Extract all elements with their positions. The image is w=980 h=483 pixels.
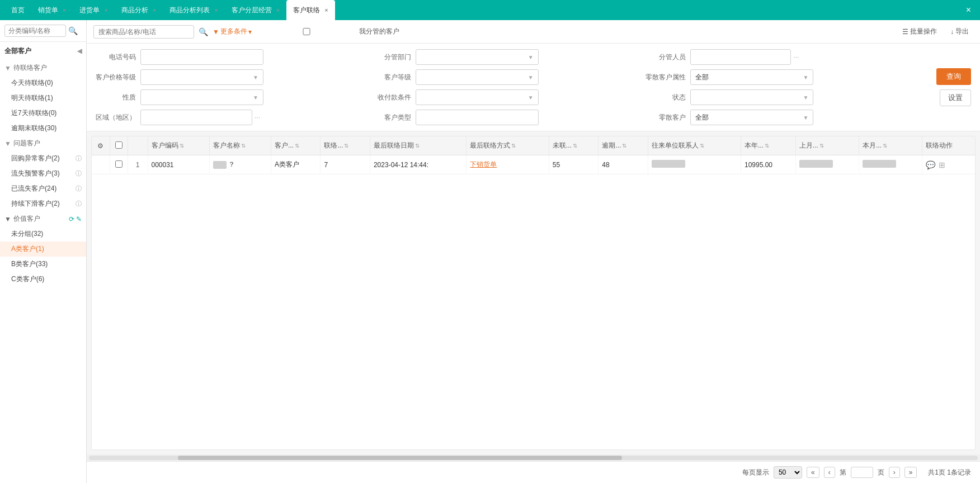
filter-payment: 收付款条件 ▼: [371, 89, 646, 105]
sidebar-item-declining[interactable]: 持续下滑客户(2) ⓘ: [0, 196, 86, 211]
filter-search-icon[interactable]: 🔍: [199, 27, 208, 36]
page-size-select[interactable]: 50 100 200: [774, 466, 802, 479]
sidebar-group-value[interactable]: ▼ 价值客户 ⟳ ✎: [0, 211, 86, 226]
page-number-input[interactable]: 1: [851, 467, 873, 478]
nature-select[interactable]: ▼: [140, 89, 263, 105]
sidebar-search-input[interactable]: [4, 25, 66, 37]
search-input[interactable]: [93, 25, 194, 39]
nav-sales[interactable]: 销货单 ×: [31, 0, 73, 20]
col-last-method-header[interactable]: 最后联络方式⇅: [467, 136, 549, 155]
price-grade-arrow: ▼: [253, 74, 258, 80]
col-checkbox-header[interactable]: [110, 136, 128, 155]
sidebar-item-churn-warning[interactable]: 流失预警客户(3) ⓘ: [0, 166, 86, 181]
row-last-method[interactable]: 下销货单: [467, 155, 549, 174]
dept-select[interactable]: ▼: [416, 49, 539, 65]
select-all-checkbox[interactable]: [115, 141, 123, 149]
nav-product-analysis-list[interactable]: 商品分析列表 ×: [163, 0, 224, 20]
person-dots[interactable]: ···: [791, 53, 801, 61]
nav-purchase[interactable]: 进货单 ×: [73, 0, 114, 20]
close-product-analysis-tab[interactable]: ×: [153, 7, 156, 13]
pagination-bar: 每页显示 50 100 200 « ‹ 第 1 页 › » 共1页 1条记录: [87, 461, 980, 483]
customer-grade-select[interactable]: ▼: [416, 69, 539, 85]
retail-attr-value: 全部: [695, 73, 709, 82]
export-button[interactable]: ↓ 导出: [946, 25, 973, 39]
col-name-header[interactable]: 客户名称⇅: [209, 136, 271, 155]
customer-type-input[interactable]: [416, 110, 539, 125]
row-select-checkbox[interactable]: [115, 160, 123, 168]
nav-home[interactable]: 首页: [4, 0, 31, 20]
filter-row-3: 性质 ▼ 收付款条件: [96, 89, 921, 105]
sidebar-item-7days[interactable]: 近7天待联络(0): [0, 106, 86, 121]
name-blurred: [213, 161, 227, 169]
close-sales-tab[interactable]: ×: [63, 7, 66, 13]
batch-op-button[interactable]: ☰ 批量操作: [898, 25, 941, 39]
nav-customer-contact[interactable]: 客户联络 ×: [286, 0, 334, 20]
sidebar-item-churned[interactable]: 已流失客户(24) ⓘ: [0, 181, 86, 196]
edit-group-icon[interactable]: ✎: [76, 215, 82, 223]
name-extra: ？: [228, 160, 235, 168]
col-contact2-header[interactable]: 往来单位联系人⇅: [648, 136, 741, 155]
col-gear-header[interactable]: ⚙: [92, 136, 110, 155]
close-all-button[interactable]: ×: [962, 3, 976, 17]
more-conditions-button[interactable]: ▼ 更多条件 ▾: [213, 27, 252, 36]
first-page-button[interactable]: «: [807, 467, 819, 478]
sidebar-item-tomorrow[interactable]: 明天待联络(1): [0, 91, 86, 106]
sidebar-group-problems[interactable]: ▼ 问题客户: [0, 136, 86, 151]
status-select[interactable]: ▼: [690, 89, 813, 105]
col-contact-header[interactable]: 联络...⇅: [321, 136, 370, 155]
filter-dept: 分管部门 ▼: [371, 49, 646, 65]
qr-icon[interactable]: ⊞: [939, 160, 945, 169]
col-last-month-header[interactable]: 上月...⇅: [795, 136, 859, 155]
col-last-date-header[interactable]: 最后联络日期⇅: [370, 136, 466, 155]
row-actions: 💬 ⊞: [922, 155, 975, 174]
sidebar-all-customers[interactable]: 全部客户 ◀: [0, 42, 86, 60]
prev-page-button[interactable]: ‹: [824, 467, 835, 478]
scroll-track: [89, 456, 978, 460]
nav-product-analysis[interactable]: 商品分析 ×: [115, 0, 163, 20]
my-customers-checkbox[interactable]: [256, 28, 357, 35]
col-no-contact-header[interactable]: 未联...⇅: [549, 136, 599, 155]
filter-icon: ▼: [213, 28, 219, 36]
close-contact-tab[interactable]: ×: [324, 7, 328, 13]
col-this-month-header[interactable]: 本月...⇅: [859, 136, 922, 155]
sidebar-item-overdue[interactable]: 逾期未联络(30): [0, 121, 86, 136]
sidebar-item-c-class[interactable]: C类客户(6): [0, 272, 86, 287]
add-group-icon[interactable]: ⟳: [69, 215, 74, 223]
next-page-button[interactable]: ›: [889, 467, 900, 478]
sidebar-item-b-class[interactable]: B类客户(33): [0, 257, 86, 272]
last-method-link[interactable]: 下销货单: [470, 160, 497, 168]
filter-retail-customer: 零散客户 全部 ▼: [646, 110, 921, 125]
bottom-scrollbar[interactable]: [87, 454, 980, 461]
col-code-header[interactable]: 客户编码⇅: [148, 136, 209, 155]
col-level-header[interactable]: 客户...⇅: [271, 136, 321, 155]
sidebar-item-repurchase-abnormal[interactable]: 回购异常客户(2) ⓘ: [0, 151, 86, 166]
sidebar-item-ungrouped[interactable]: 未分组(32): [0, 226, 86, 242]
region-dots[interactable]: ···: [252, 113, 262, 121]
col-this-year-header[interactable]: 本年...⇅: [741, 136, 795, 155]
col-overdue-header[interactable]: 逾期...⇅: [599, 136, 648, 155]
sidebar-item-today[interactable]: 今天待联络(0): [0, 75, 86, 91]
settings-button[interactable]: 设置: [940, 89, 971, 106]
sidebar-search-icon[interactable]: 🔍: [68, 26, 78, 35]
row-checkbox[interactable]: [110, 155, 128, 174]
last-page-button[interactable]: »: [904, 467, 917, 478]
query-button[interactable]: 查询: [936, 68, 971, 85]
close-purchase-tab[interactable]: ×: [104, 7, 107, 13]
region-select[interactable]: [140, 110, 252, 125]
sidebar-group-pending[interactable]: ▼ 待联络客户: [0, 60, 86, 75]
phone-input[interactable]: [140, 49, 263, 65]
nav-customer-segment[interactable]: 客户分层经营 ×: [225, 0, 286, 20]
payment-select[interactable]: ▼: [416, 89, 539, 105]
retail-attr-select[interactable]: 全部 ▼: [690, 69, 813, 85]
close-product-list-tab[interactable]: ×: [214, 7, 218, 13]
chat-icon[interactable]: 💬: [926, 160, 935, 169]
row-name[interactable]: ？: [209, 155, 271, 174]
filter-retail-attr: 零散客户属性 全部 ▼: [646, 69, 921, 85]
sidebar-item-a-class[interactable]: A类客户(1): [0, 242, 86, 257]
close-segment-tab[interactable]: ×: [276, 7, 280, 13]
price-grade-select[interactable]: ▼: [140, 69, 263, 85]
retail-customer-select[interactable]: 全部 ▼: [690, 110, 813, 125]
my-customers-filter[interactable]: 我分管的客户: [256, 27, 399, 36]
person-input[interactable]: [690, 49, 791, 65]
group-title-problems: 问题客户: [13, 139, 40, 148]
